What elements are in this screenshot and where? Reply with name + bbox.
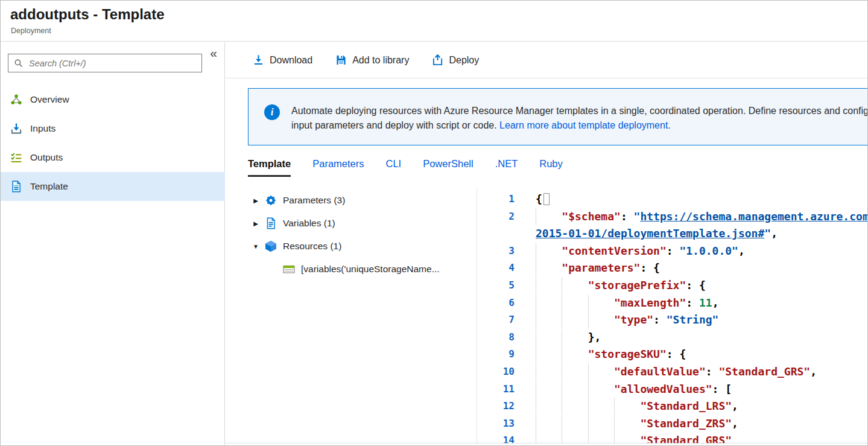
main-content: DownloadAdd to libraryDeploy i Automate … [226, 42, 868, 446]
code-text: "maxLength": 11, [515, 295, 718, 312]
sidebar-item-label: Template [30, 181, 68, 192]
code-line: 13"Standard_ZRS", [477, 415, 868, 433]
tab-parameters[interactable]: Parameters [312, 158, 364, 177]
line-number [477, 225, 515, 243]
tree-child-label: [variables('uniqueStorageName... [301, 264, 440, 275]
deploy-button[interactable]: Deploy [432, 54, 479, 66]
indent-guide [562, 311, 588, 328]
tab-net[interactable]: .NET [495, 158, 518, 177]
code-text: "storagePrefix": { [515, 277, 706, 295]
template-tree: ▶Parameters (3)▶Variables (1)▼Resources … [248, 189, 474, 281]
outputs-icon [10, 151, 22, 164]
tree-item-variables-1[interactable]: ▶Variables (1) [248, 212, 474, 235]
line-number: 4 [477, 260, 515, 277]
tree-item-resources-1[interactable]: ▼Resources (1) [248, 235, 474, 258]
tree-expander-icon[interactable]: ▼ [252, 243, 260, 250]
sidebar-collapse-button[interactable]: « [210, 46, 217, 59]
indent-guide [536, 398, 562, 415]
sidebar-item-outputs[interactable]: Outputs [1, 143, 225, 172]
indent-guide [588, 363, 614, 380]
banner-line1: Automate deploying resources with Azure … [291, 104, 868, 118]
learn-more-link[interactable]: Learn more about template deployment. [499, 120, 671, 130]
line-number: 5 [477, 277, 515, 295]
code-line: 6"maxLength": 11, [477, 295, 868, 312]
indent-guide [536, 311, 562, 328]
sidebar-item-label: Overview [30, 94, 69, 105]
sidebar-item-label: Outputs [30, 152, 63, 163]
tab-powershell[interactable]: PowerShell [423, 158, 473, 177]
code-line: 7"type": "String" [477, 311, 868, 329]
code-text: "Standard_LRS", [515, 398, 738, 415]
code-line: 2015-01-01/deploymentTemplate.json#", [477, 225, 868, 243]
indent-guide [562, 432, 588, 444]
tree-expander-icon[interactable]: ▶ [252, 197, 260, 204]
indent-guide [536, 277, 562, 294]
indent-guide [536, 381, 562, 398]
info-icon: i [264, 104, 280, 120]
resources-icon [265, 240, 277, 252]
code-line: 10"defaultValue": "Standard_GRS", [477, 363, 868, 381]
code-text: }, [515, 329, 601, 346]
indent-guide [562, 415, 588, 432]
tree-item-label: Parameters (3) [283, 195, 345, 206]
code-line: 14"Standard_GRS" [477, 432, 868, 444]
indent-guide [562, 381, 588, 398]
deploy-icon [432, 54, 443, 66]
sidebar-item-template[interactable]: Template [1, 172, 225, 201]
indent-guide [588, 311, 614, 328]
line-number: 1 [477, 191, 515, 208]
code-text: "defaultValue": "Standard_GRS", [515, 363, 817, 381]
code-text: "allowedValues": [ [515, 381, 732, 398]
search-placeholder: Search (Ctrl+/) [29, 59, 86, 68]
tree-item-parameters-3[interactable]: ▶Parameters (3) [248, 189, 474, 212]
line-number: 10 [477, 363, 515, 381]
tree-expander-icon[interactable]: ▶ [252, 220, 260, 227]
code-line: 3"contentVersion": "1.0.0.0", [477, 243, 868, 260]
tab-template[interactable]: Template [248, 158, 291, 177]
sidebar: « Search (Ctrl+/) OverviewInputsOutputsT… [1, 42, 225, 446]
search-input[interactable]: Search (Ctrl+/) [8, 54, 202, 72]
indent-guide [614, 398, 640, 415]
sidebar-item-label: Inputs [30, 123, 55, 134]
indent-guide [614, 432, 640, 444]
code-text: "type": "String" [515, 311, 718, 329]
indent-guide [588, 398, 614, 415]
indent-guide [536, 260, 562, 276]
code-line: 4"parameters": { [477, 260, 868, 277]
indent-guide [562, 329, 588, 346]
line-number: 13 [477, 415, 515, 433]
command-label: Download [270, 55, 312, 66]
code-text: "$schema": "https://schema.management.az… [515, 208, 868, 226]
indent-guide [562, 363, 588, 380]
download-button[interactable]: Download [253, 54, 312, 66]
sidebar-item-inputs[interactable]: Inputs [1, 114, 225, 143]
storage-icon [283, 263, 295, 275]
sidebar-item-overview[interactable]: Overview [1, 85, 225, 114]
code-text: 2015-01-01/deploymentTemplate.json#", [515, 225, 778, 243]
command-label: Add to library [352, 55, 409, 66]
add-to-library-icon [335, 54, 347, 66]
indent-guide [588, 415, 614, 432]
indent-guide [536, 415, 562, 432]
add-to-library-button[interactable]: Add to library [335, 54, 409, 66]
tab-ruby[interactable]: Ruby [539, 158, 563, 177]
indent-guide [614, 415, 640, 432]
banner-text: Automate deploying resources with Azure … [280, 89, 868, 145]
banner-line2: input parameters and deploy with script … [291, 118, 868, 133]
inputs-icon [10, 123, 22, 135]
indent-guide [588, 295, 614, 311]
code-text: "Standard_GRS" [515, 432, 732, 444]
variables-icon [265, 217, 277, 229]
line-number: 7 [477, 311, 515, 329]
line-number: 11 [477, 381, 515, 398]
sidebar-nav: OverviewInputsOutputsTemplate [1, 85, 225, 201]
search-icon [14, 59, 24, 68]
indent-guide [562, 295, 588, 311]
tree-item-label: Variables (1) [283, 218, 335, 229]
indent-guide [536, 432, 562, 444]
tab-cli[interactable]: CLI [386, 158, 402, 177]
tree-child-item[interactable]: [variables('uniqueStorageName... [248, 258, 474, 281]
indent-guide [588, 432, 614, 444]
line-number: 6 [477, 295, 515, 312]
code-editor[interactable]: 1{2"$schema": "https://schema.management… [477, 188, 868, 444]
